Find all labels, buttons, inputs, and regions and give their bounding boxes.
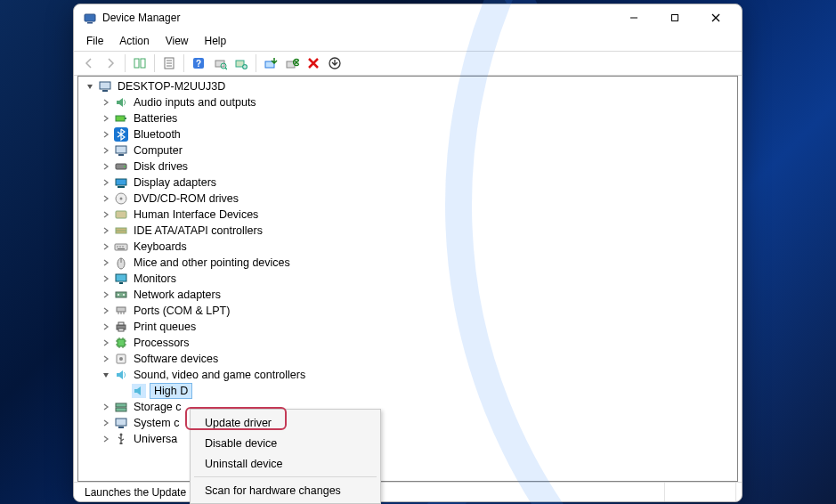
properties-button[interactable] <box>159 53 179 73</box>
svg-rect-65 <box>120 443 123 444</box>
expand-icon[interactable] <box>100 176 112 189</box>
svg-rect-62 <box>116 419 126 426</box>
expand-icon[interactable] <box>100 240 112 253</box>
computer-icon <box>98 79 112 93</box>
svg-point-43 <box>119 246 120 247</box>
svg-point-51 <box>118 294 119 296</box>
menu-view[interactable]: View <box>158 33 196 49</box>
enable-device-button[interactable] <box>325 53 345 73</box>
ports-icon <box>114 304 128 318</box>
uninstall-device-button[interactable] <box>304 53 323 73</box>
expand-icon[interactable] <box>100 289 112 301</box>
tree-category[interactable]: Audio inputs and outputs <box>78 94 737 110</box>
titlebar: Device Manager <box>74 4 742 31</box>
tree-root-label: DESKTOP-M2UUJ3D <box>116 78 227 94</box>
scan-hardware-button[interactable] <box>210 53 230 73</box>
tree-category[interactable]: Keyboards <box>78 239 737 255</box>
help-button[interactable]: ? <box>189 53 208 73</box>
expand-icon[interactable] <box>100 112 112 125</box>
forward-button[interactable] <box>101 53 120 73</box>
back-button[interactable] <box>79 53 99 73</box>
expand-icon[interactable] <box>100 337 112 349</box>
device-tree[interactable]: DESKTOP-M2UUJ3D Audio inputs and outputs… <box>77 76 738 482</box>
statusbar-cell <box>665 483 736 501</box>
tree-category-label: Disk drives <box>132 159 190 175</box>
tree-category-sound[interactable]: Sound, video and game controllers <box>78 367 737 383</box>
menu-file[interactable]: File <box>79 33 110 49</box>
sound-device-icon <box>132 384 146 398</box>
collapse-icon[interactable] <box>84 80 96 93</box>
tree-category[interactable]: Disk drives <box>78 159 737 175</box>
tree-category[interactable]: Bluetooth <box>78 126 737 142</box>
expand-icon[interactable] <box>100 128 112 141</box>
svg-rect-49 <box>119 282 123 284</box>
tree-category[interactable]: Print queues <box>78 319 737 335</box>
usb-icon <box>114 432 128 446</box>
tree-category-label: Computer <box>132 142 184 159</box>
expand-icon[interactable] <box>100 256 112 269</box>
svg-rect-60 <box>116 403 126 407</box>
ide-icon <box>114 224 128 238</box>
menu-action[interactable]: Action <box>112 33 156 49</box>
expand-icon[interactable] <box>100 96 112 109</box>
svg-rect-30 <box>116 146 126 153</box>
expand-icon[interactable] <box>100 353 112 365</box>
close-button[interactable] <box>695 4 736 31</box>
context-menu-disable-device[interactable]: Disable device <box>192 433 378 453</box>
svg-line-16 <box>225 68 227 69</box>
maximize-button[interactable] <box>654 4 695 31</box>
tree-category-label: Universa <box>132 431 179 447</box>
expand-icon[interactable] <box>100 305 112 317</box>
update-driver-button[interactable] <box>261 53 280 73</box>
tree-category[interactable]: Software devices <box>78 351 737 367</box>
tree-category-label: Audio inputs and outputs <box>132 94 258 110</box>
expand-icon[interactable] <box>100 160 112 173</box>
tree-category[interactable]: Processors <box>78 335 737 351</box>
expand-icon[interactable] <box>100 417 112 429</box>
device-manager-window: Device Manager File Action View Help ? <box>73 4 743 502</box>
statusbar-cell <box>364 483 665 501</box>
context-menu-scan-hardware[interactable]: Scan for hardware changes <box>192 480 378 500</box>
context-menu-update-driver[interactable]: Update driver <box>192 412 378 433</box>
expand-icon[interactable] <box>100 144 112 157</box>
svg-point-42 <box>117 246 118 247</box>
tree-category[interactable]: Display adapters <box>78 175 737 191</box>
show-hide-console-button[interactable] <box>130 53 150 73</box>
expand-icon[interactable] <box>100 192 112 205</box>
tree-root[interactable]: DESKTOP-M2UUJ3D <box>78 78 737 94</box>
tree-category[interactable]: Mice and other pointing devices <box>78 255 737 271</box>
expand-icon[interactable] <box>100 208 112 221</box>
minimize-button[interactable] <box>613 4 654 31</box>
tree-category[interactable]: Network adapters <box>78 287 737 303</box>
tree-category[interactable]: DVD/CD-ROM drives <box>78 191 737 207</box>
add-legacy-hardware-button[interactable] <box>231 53 251 73</box>
tree-category[interactable]: Monitors <box>78 271 737 287</box>
disable-device-button[interactable] <box>282 53 302 73</box>
tree-category[interactable]: Computer <box>78 142 737 159</box>
tree-category[interactable]: IDE ATA/ATAPI controllers <box>78 223 737 239</box>
tree-category[interactable]: Batteries <box>78 110 737 126</box>
tree-device-selected[interactable]: High D <box>78 383 737 399</box>
expand-icon[interactable] <box>100 433 112 445</box>
svg-rect-61 <box>116 408 126 411</box>
expand-icon[interactable] <box>100 401 112 413</box>
toolbar-separator <box>154 54 155 72</box>
tree-category[interactable]: Storage c <box>78 399 737 415</box>
keyboard-icon <box>114 240 128 254</box>
menubar: File Action View Help <box>74 31 742 51</box>
menu-help[interactable]: Help <box>198 33 234 49</box>
tree-category-label: Print queues <box>132 319 198 335</box>
expand-icon[interactable] <box>100 272 112 285</box>
expand-icon[interactable] <box>100 321 112 333</box>
svg-rect-50 <box>116 292 126 297</box>
tree-category-label: Monitors <box>132 271 178 287</box>
tree-category[interactable]: System c <box>78 415 737 431</box>
collapse-icon[interactable] <box>100 369 112 381</box>
toolbar: ? <box>74 51 742 76</box>
tree-category-label: Display adapters <box>132 175 218 191</box>
tree-category[interactable]: Human Interface Devices <box>78 207 737 223</box>
tree-category[interactable]: Universa <box>78 431 737 447</box>
tree-category[interactable]: Ports (COM & LPT) <box>78 303 737 319</box>
context-menu-uninstall-device[interactable]: Uninstall device <box>192 453 378 474</box>
expand-icon[interactable] <box>100 224 112 237</box>
